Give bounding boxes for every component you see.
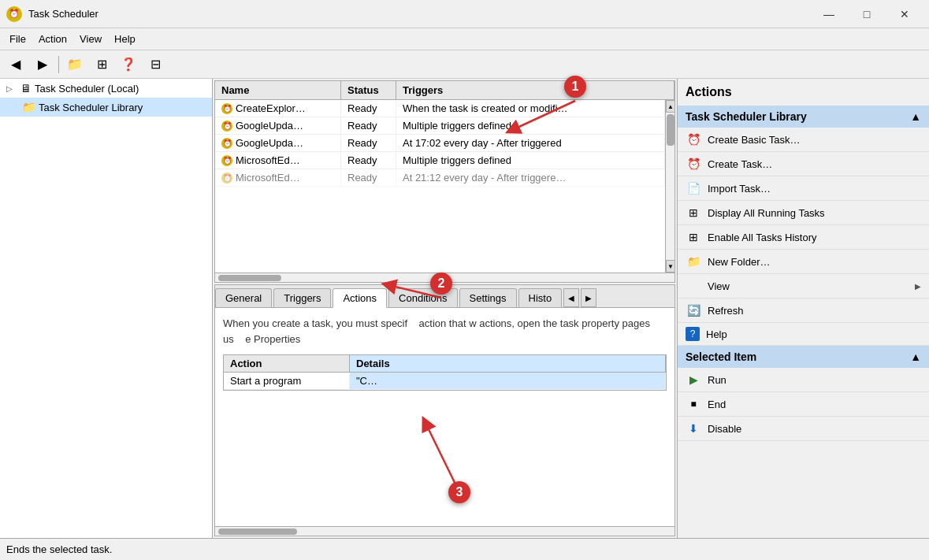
toolbar-help[interactable]: ❓ [116,54,141,76]
task-icon-5: ⏰ [221,172,232,184]
tree-item-root[interactable]: ▷ 🖥 Task Scheduler (Local) [0,79,212,98]
menu-action[interactable]: Action [32,32,73,46]
table-row[interactable]: ⏰ MicrosoftEd… Ready At 21:12 every day … [215,169,665,187]
menu-view[interactable]: View [73,32,108,46]
menu-file[interactable]: File [3,32,32,46]
tabs: General Triggers Actions Conditions Sett… [215,285,674,308]
window-title: Task Scheduler [28,8,811,20]
tab-triggers[interactable]: Triggers [273,288,331,307]
status-bar: Ends the selected task. [0,538,929,560]
actions-col-action: Action [224,355,350,372]
action-refresh[interactable]: 🔄 Refresh [678,299,929,323]
menu-bar: File Action View Help [0,28,929,50]
action-help[interactable]: ? Help [678,323,929,346]
task-icon-2: ⏰ [221,121,232,132]
task-list-scrollbar[interactable]: ▲ ▼ [665,100,674,273]
action-run[interactable]: ▶ Run [678,368,929,392]
status-text: Ends the selected task. [6,543,112,555]
actions-col-details: Details [350,355,666,372]
task-triggers-4: Multiple triggers defined [396,152,665,169]
action-end[interactable]: ■ End [678,392,929,417]
action-disable[interactable]: ⬇ Disable [678,417,929,441]
toolbar-forward[interactable]: ▶ [30,54,55,76]
menu-help[interactable]: Help [108,32,142,46]
tree-item-library[interactable]: 📁 Task Scheduler Library [0,98,212,117]
task-icon-1: ⏰ [221,103,232,114]
table-row[interactable]: ⏰ MicrosoftEd… Ready Multiple triggers d… [215,152,665,169]
task-status-5: Ready [341,169,396,186]
tab-general[interactable]: General [215,288,272,307]
actions-table-header: Action Details [224,355,666,373]
detail-scrollbar[interactable] [215,526,674,536]
task-status-2: Ready [341,117,396,134]
enable-history-icon: ⊞ [686,229,701,245]
task-status-1: Ready [341,100,396,117]
section-header-library[interactable]: Task Scheduler Library ▲ [678,106,929,128]
actions-table-row[interactable]: Start a program "C… [224,373,666,390]
actions-table: Action Details Start a program "C… [223,354,667,391]
toolbar-grid[interactable]: ⊞ [89,54,114,76]
tab-next-btn[interactable]: ▶ [581,288,596,307]
tab-history[interactable]: Histo [518,288,563,307]
action-cell-details: "C… [350,373,666,389]
task-status-4: Ready [341,152,396,169]
scroll-up-btn[interactable]: ▲ [666,100,674,113]
table-row[interactable]: ⏰ GoogleUpda… Ready Multiple triggers de… [215,117,665,135]
new-folder-icon: 📁 [686,254,701,269]
action-help-label: Help [706,328,921,340]
action-enable-history[interactable]: ⊞ Enable All Tasks History [678,225,929,250]
toolbar-filter[interactable]: ⊟ [143,54,168,76]
task-list-hscroll[interactable] [215,273,674,282]
section-collapse-icon-library: ▲ [910,110,921,123]
task-list-body: ⏰ CreateExplor… Ready When the task is c… [215,100,665,273]
action-end-label: End [708,399,921,410]
maximize-button[interactable]: □ [849,2,885,27]
detail-description: When you create a task, you must specif … [223,316,667,347]
display-running-icon: ⊞ [686,205,701,221]
table-row[interactable]: ⏰ CreateExplor… Ready When the task is c… [215,100,665,117]
section-items-selected: ▶ Run ■ End ⬇ Disable [678,368,929,441]
end-icon: ■ [686,396,701,412]
create-task-icon: ⏰ [686,156,701,172]
task-name-2: ⏰ GoogleUpda… [215,117,341,134]
scroll-thumb[interactable] [667,114,674,146]
section-items-library: ⏰ Create Basic Task… ⏰ Create Task… 📄 Im… [678,128,929,346]
task-list-hscroll-thumb [218,275,281,281]
action-view[interactable]: View ▶ [678,274,929,299]
minimize-button[interactable]: — [811,2,847,27]
app-icon: ⏰ [6,6,22,22]
action-view-label: View [708,280,915,292]
close-button[interactable]: ✕ [886,2,923,27]
task-status-3: Ready [341,135,396,151]
action-new-folder-label: New Folder… [708,256,921,268]
action-create-basic[interactable]: ⏰ Create Basic Task… [678,128,929,152]
action-create-task[interactable]: ⏰ Create Task… [678,152,929,176]
detail-panel: General Triggers Actions Conditions Sett… [214,284,675,536]
action-refresh-label: Refresh [708,305,921,317]
toolbar: ◀ ▶ 📁 ⊞ ❓ ⊟ [0,50,929,79]
tab-conditions[interactable]: Conditions [388,288,457,307]
section-label-selected: Selected Item [686,350,756,363]
col-header-name: Name [215,81,341,99]
window-controls: — □ ✕ [811,2,923,27]
action-run-label: Run [708,374,921,386]
scroll-down-btn[interactable]: ▼ [666,260,674,273]
action-new-folder[interactable]: 📁 New Folder… [678,250,929,274]
help-icon: ? [686,327,700,341]
tree-expand-icon: ▷ [6,84,19,93]
tab-settings[interactable]: Settings [459,288,517,307]
toolbar-folder[interactable]: 📁 [62,54,87,76]
action-import-task[interactable]: 📄 Import Task… [678,176,929,201]
table-row[interactable]: ⏰ GoogleUpda… Ready At 17:02 every day -… [215,135,665,152]
tab-actions[interactable]: Actions [333,288,387,308]
task-list-container: Name Status Triggers ⏰ CreateExplor… Rea… [214,80,675,283]
section-header-selected[interactable]: Selected Item ▲ [678,346,929,368]
task-triggers-3: At 17:02 every day - After triggered [396,135,665,151]
action-display-running[interactable]: ⊞ Display All Running Tasks [678,201,929,225]
detail-scroll-thumb [218,528,297,535]
tab-prev-btn[interactable]: ◀ [563,288,579,307]
action-display-running-label: Display All Running Tasks [708,207,921,219]
task-name-1: ⏰ CreateExplor… [215,100,341,117]
toolbar-back[interactable]: ◀ [3,54,28,76]
task-name-3: ⏰ GoogleUpda… [215,135,341,151]
